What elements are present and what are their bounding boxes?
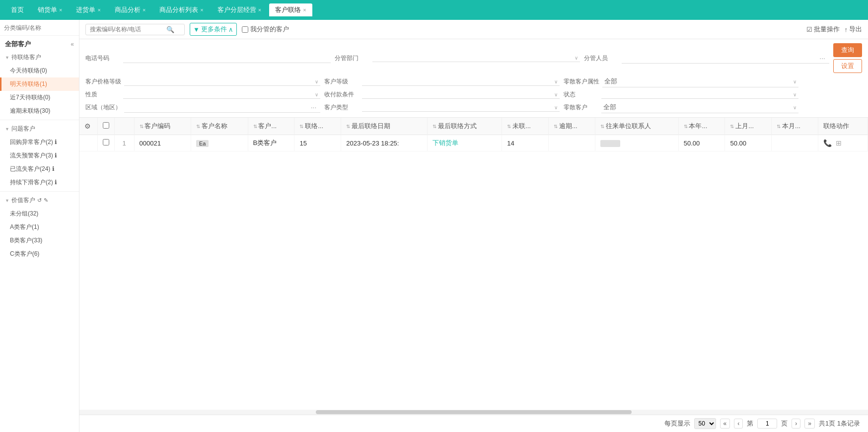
th-this-year[interactable]: 本年... [678, 118, 725, 135]
filter-select-price-level[interactable]: ∨ [124, 78, 320, 86]
th-last-date[interactable]: 最后联络日期 [341, 118, 428, 135]
filter-more-btn[interactable]: ▼ 更多条件 ∧ [190, 23, 237, 36]
sidebar-item-ungrouped[interactable]: 未分组(32) [0, 207, 79, 220]
nav-tab-product-analysis[interactable]: 商品分析 × [109, 3, 151, 16]
grid-action-icon[interactable]: ⊞ [836, 139, 842, 147]
sidebar-item-c-class[interactable]: C类客户(6) [0, 247, 79, 261]
chevron-down-icon-6: ∨ [554, 92, 558, 97]
sidebar-group-pending[interactable]: 待联络客户 [0, 51, 79, 64]
th-un-contact[interactable]: 未联... [502, 118, 549, 135]
settings-btn[interactable]: 设置 [833, 59, 862, 73]
sidebar-item-declining[interactable]: 持续下滑客户(2) ℹ [0, 176, 79, 189]
scroll-thumb[interactable] [316, 410, 631, 414]
sidebar-group-problem[interactable]: 问题客户 [0, 122, 79, 136]
last-method-link[interactable]: 下销货单 [433, 139, 458, 146]
filter-row-1: 电话号码 分管部门 ∨ 分管人员 ··· 查询 [85, 43, 862, 73]
filter-select-grade[interactable]: ∨ [362, 78, 559, 86]
sidebar-item-today[interactable]: 今天待联络(0) [0, 64, 79, 77]
sidebar-search-input[interactable] [4, 24, 78, 31]
sidebar-item-b-class[interactable]: B类客户(33) [0, 234, 79, 247]
sidebar-item-overdue[interactable]: 逾期未联络(30) [0, 104, 79, 118]
last-page-btn[interactable]: » [804, 419, 815, 429]
sidebar-all-customers-header[interactable]: 全部客户 « [0, 36, 79, 51]
prev-page-btn[interactable]: ‹ [734, 419, 743, 429]
filter-label-region: 区域（地区） [85, 103, 121, 112]
filter-panel: 电话号码 分管部门 ∨ 分管人员 ··· 查询 [79, 39, 868, 118]
filter-select-dept[interactable]: ∨ [372, 54, 580, 62]
sidebar-item-7days[interactable]: 近7天待联络(0) [0, 91, 79, 104]
nav-tab-sales[interactable]: 销货单 × [32, 3, 68, 16]
filter-label-grade: 客户等级 [324, 77, 359, 86]
search-input[interactable] [90, 26, 164, 33]
nav-tab-product-list[interactable]: 商品分析列表 × [153, 3, 209, 16]
content-area: 🔍 ▼ 更多条件 ∧ 我分管的客户 ☑ 批量操作 ↑ 导出 [79, 20, 868, 432]
chevron-down-icon-8: ∨ [554, 105, 558, 110]
td-this-month [772, 135, 818, 151]
th-gear[interactable]: ⚙ [79, 118, 97, 135]
scroll-bar-area [79, 410, 868, 415]
th-code[interactable]: 客户编码 [134, 118, 191, 135]
phone-action-icon[interactable]: 📞 [823, 139, 832, 147]
th-type[interactable]: 客户... [248, 118, 294, 135]
nav-tab-customer-segment[interactable]: 客户分层经营 × [212, 3, 267, 16]
sidebar-item-tomorrow[interactable]: 明天待联络(1) [0, 77, 79, 91]
row-checkbox[interactable] [103, 139, 109, 145]
th-this-month[interactable]: 本月... [772, 118, 818, 135]
nav-tab-purchase-close[interactable]: × [97, 7, 100, 13]
table-row: 1 000021 Ea B类客户 15 2023-05-23 18:25: 下销… [79, 135, 868, 151]
th-overdue[interactable]: 逾期... [549, 118, 595, 135]
filter-select-type[interactable]: ∨ [362, 104, 559, 112]
filter-field-type: 客户类型 ∨ [324, 103, 559, 112]
nav-tab-customer-segment-label: 客户分层经营 [217, 5, 256, 14]
first-page-btn[interactable]: « [720, 419, 730, 429]
next-page-btn[interactable]: › [792, 419, 800, 429]
nav-tab-customer-segment-close[interactable]: × [258, 7, 261, 13]
filter-select-nature[interactable]: ∨ [123, 91, 320, 99]
filter-more-label: 更多条件 [201, 25, 227, 34]
nav-tab-product-list-close[interactable]: × [200, 7, 203, 13]
filter-select-retail[interactable]: 全部 ∨ [601, 102, 798, 113]
filter-manager-dots[interactable]: ··· [817, 54, 827, 62]
th-name[interactable]: 客户名称 [191, 118, 248, 135]
sidebar-group-value-refresh[interactable]: ↺ [37, 197, 42, 204]
nav-tab-sales-close[interactable]: × [59, 7, 62, 13]
td-type: B类客户 [248, 135, 294, 151]
select-all-checkbox[interactable] [103, 122, 109, 129]
sidebar-item-a-class[interactable]: A类客户(1) [0, 220, 79, 234]
batch-op-btn[interactable]: ☑ 批量操作 [806, 25, 840, 34]
filter-select-retail-attr[interactable]: 全部 ∨ [602, 76, 798, 87]
page-input[interactable] [757, 419, 777, 429]
table-container: ⚙ 客户编码 客户名称 客户... 联络... 最后联络日期 最后联络方式 未联… [79, 118, 868, 410]
nav-tab-purchase[interactable]: 进货单 × [70, 3, 106, 16]
th-last-method[interactable]: 最后联络方式 [428, 118, 502, 135]
my-customer-checkbox[interactable] [242, 26, 248, 33]
search-icon[interactable]: 🔍 [166, 26, 174, 33]
nav-tab-customer-contact-close[interactable]: × [303, 7, 306, 13]
search-bar: 🔍 ▼ 更多条件 ∧ 我分管的客户 ☑ 批量操作 ↑ 导出 [79, 20, 868, 39]
sidebar-item-repurchase[interactable]: 回购异常客户(2) ℹ [0, 136, 79, 149]
export-btn[interactable]: ↑ 导出 [845, 25, 863, 34]
filter-region-dots[interactable]: ··· [309, 103, 319, 111]
gear-icon[interactable]: ⚙ [84, 122, 91, 130]
filter-input-phone[interactable] [123, 54, 331, 63]
th-last-month[interactable]: 上月... [725, 118, 772, 135]
filter-select-payment[interactable]: ∨ [362, 91, 559, 99]
sidebar-collapse-icon[interactable]: « [71, 41, 74, 48]
sidebar-item-lost[interactable]: 已流失客户(24) ℹ [0, 162, 79, 176]
my-customer-check[interactable]: 我分管的客户 [242, 25, 289, 34]
sidebar-group-value[interactable]: 价值客户 ↺ ✎ [0, 194, 79, 207]
th-unit-contact[interactable]: 往来单位联系人 [595, 118, 678, 135]
filter-row-2: 客户价格等级 ∨ 客户等级 ∨ 零散客户属性 全部 [85, 76, 862, 87]
nav-tab-customer-contact[interactable]: 客户联络 × [269, 3, 312, 16]
nav-tab-product-list-label: 商品分析列表 [159, 5, 198, 14]
query-btn[interactable]: 查询 [833, 43, 862, 57]
filter-select-status[interactable]: ∨ [601, 91, 798, 99]
per-page-select[interactable]: 50 [694, 418, 716, 429]
nav-home[interactable]: 首页 [5, 3, 30, 16]
customer-table: ⚙ 客户编码 客户名称 客户... 联络... 最后联络日期 最后联络方式 未联… [79, 118, 868, 151]
th-contact[interactable]: 联络... [294, 118, 341, 135]
search-input-wrap: 🔍 [85, 24, 185, 35]
sidebar-item-lost-warning[interactable]: 流失预警客户(3) ℹ [0, 149, 79, 162]
nav-tab-product-analysis-close[interactable]: × [143, 7, 145, 13]
sidebar-group-value-edit[interactable]: ✎ [44, 197, 48, 204]
